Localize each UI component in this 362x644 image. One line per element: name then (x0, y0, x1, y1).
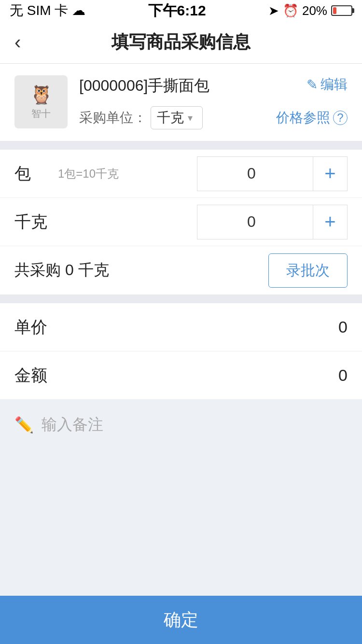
unit-select[interactable]: 千克 ▾ (151, 106, 203, 129)
bag-plus-button[interactable]: + (313, 156, 348, 191)
product-name: [0000006]手撕面包 (79, 75, 209, 97)
product-card: 🦉 智十 [0000006]手撕面包 ✎ 编辑 采购单位： 千克 ▾ 价格参照 … (0, 64, 362, 141)
total-row: 共采购 0 千克 录批次 (0, 246, 362, 294)
status-left: 无 SIM 卡 ☁ (10, 1, 85, 20)
chevron-down-icon: ▾ (188, 112, 193, 124)
bag-quantity-input[interactable] (197, 156, 313, 191)
nav-bar: ‹ 填写商品采购信息 (0, 21, 362, 64)
back-button[interactable]: ‹ (14, 31, 21, 53)
product-logo-icon: 🦉 (30, 84, 53, 105)
kg-quantity-input[interactable] (197, 205, 313, 239)
record-batch-button[interactable]: 录批次 (268, 253, 348, 288)
amount-row: 金额 0 (0, 351, 362, 400)
section-divider-1 (0, 141, 362, 150)
price-ref-button[interactable]: 价格参照 ? (276, 109, 348, 127)
pencil-icon: ✏️ (14, 416, 34, 434)
notes-placeholder: 输入备注 (42, 414, 103, 435)
edit-icon: ✎ (306, 77, 318, 93)
product-thumbnail: 🦉 智十 (14, 75, 68, 128)
kg-plus-button[interactable]: + (313, 205, 348, 239)
amount-value: 0 (338, 366, 348, 385)
question-icon: ? (333, 111, 348, 125)
kg-input-section: 千克 + (0, 198, 362, 246)
total-label: 共采购 0 千克 (14, 260, 109, 281)
bag-input-row: 包 1包=10千克 + (0, 150, 362, 198)
kg-input-row: 千克 + (0, 198, 362, 246)
battery-icon (331, 5, 352, 16)
page-title: 填写商品采购信息 (111, 30, 251, 54)
content-area (0, 450, 362, 595)
price-section: 单价 0 金额 0 (0, 303, 362, 400)
product-logo-text: 智十 (31, 107, 51, 120)
status-right: ➤ ⏰ 20% (268, 3, 352, 18)
battery-percent: 20% (302, 3, 327, 18)
confirm-button[interactable]: 确定 (0, 596, 362, 644)
unit-label: 采购单位： (79, 109, 147, 127)
location-icon: ➤ (268, 3, 279, 18)
unit-price-value: 0 (338, 318, 348, 336)
unit-price-row: 单价 0 (0, 303, 362, 351)
notes-section[interactable]: ✏️ 输入备注 (0, 400, 362, 450)
confirm-button-container: 确定 (0, 596, 362, 644)
status-bar: 无 SIM 卡 ☁ 下午6:12 ➤ ⏰ 20% (0, 0, 362, 21)
section-divider-2 (0, 294, 362, 303)
bag-label: 包 (14, 163, 53, 185)
status-time: 下午6:12 (148, 1, 206, 21)
bag-input-section: 包 1包=10千克 + (0, 150, 362, 198)
bag-sub-label: 1包=10千克 (58, 166, 119, 182)
edit-button[interactable]: ✎ 编辑 (306, 75, 348, 94)
product-info: [0000006]手撕面包 ✎ 编辑 采购单位： 千克 ▾ 价格参照 ? (79, 75, 348, 129)
sim-status: 无 SIM 卡 ☁ (10, 1, 85, 20)
alarm-icon: ⏰ (283, 3, 298, 18)
amount-label: 金额 (14, 364, 47, 387)
kg-label: 千克 (14, 211, 53, 233)
unit-price-label: 单价 (14, 316, 47, 338)
